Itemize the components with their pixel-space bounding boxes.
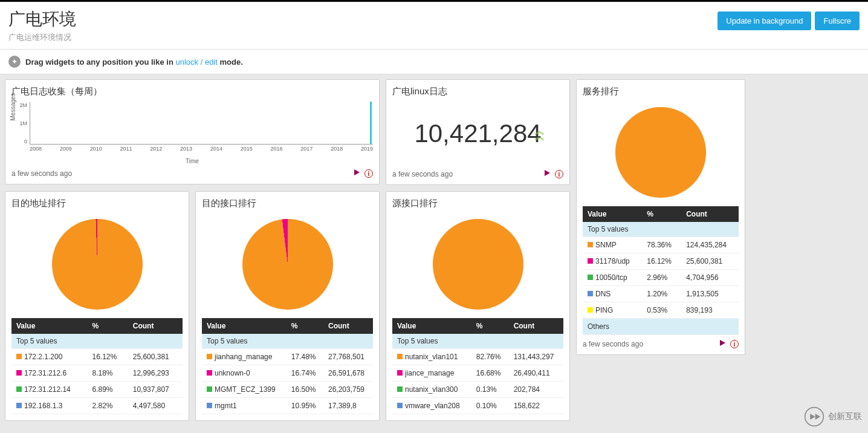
- table-row: mgmt110.95%17,389,8: [202, 398, 373, 414]
- table-row: PING0.53%839,193: [583, 302, 739, 319]
- color-swatch: [588, 291, 593, 296]
- table-row: DNS1.20%1,913,505: [583, 286, 739, 302]
- color-swatch: [207, 370, 212, 376]
- color-swatch: [16, 354, 22, 359]
- bar-2019: [370, 102, 372, 144]
- timestamp: a few seconds ago: [11, 169, 72, 178]
- fullscreen-button[interactable]: Fullscre: [815, 11, 860, 30]
- color-swatch: [588, 242, 593, 247]
- widget-title: 源接口排行: [392, 198, 563, 209]
- x-ticks: 2008 2009 2010 2011 2012 2013 2014 2015 …: [30, 146, 373, 152]
- color-swatch: [397, 370, 403, 376]
- widget-src-port: 源接口排行 Value % Count Top 5 valuesnutanix_…: [386, 191, 570, 421]
- pie-chart: [52, 219, 143, 310]
- widget-log-weekly: 广电日志收集（每周） Messages 2M 1M 0 2008 2009 20…: [5, 79, 380, 184]
- tip-bar: ✦ Drag widgets to any position you like …: [0, 50, 868, 74]
- page-header: 广电环境 广电运维环境情况 Update in background Fulls…: [0, 2, 868, 50]
- table-row: 172.31.212.68.18%12,996,293: [11, 365, 183, 382]
- widget-dest-addr: 目的地址排行 Value % Count Top 5 values172.2.1…: [5, 191, 189, 421]
- table-row: jianhang_manage17.48%27,768,501: [202, 349, 373, 365]
- update-background-button[interactable]: Update in background: [717, 11, 811, 30]
- timestamp: a few seconds ago: [583, 340, 643, 348]
- header-left: 广电环境 广电运维环境情况: [8, 8, 76, 43]
- widget-title: 目的地址排行: [11, 198, 183, 209]
- table-row: 172.31.212.146.89%10,937,807: [11, 382, 183, 398]
- color-swatch: [588, 307, 593, 313]
- y-ticks: 2M 1M 0: [16, 102, 27, 145]
- table-row: nutanix_vlan10182.76%131,443,297: [392, 349, 563, 365]
- widget-footer: a few seconds ago i: [583, 340, 739, 348]
- data-table: Value % Count Top 5 values172.2.1.20016.…: [11, 318, 183, 414]
- table-row: jiance_manage16.68%26,490,411: [392, 365, 563, 382]
- widget-linux-log: 广电linux日志 10,421,284 ︽︽ a few seconds ag…: [386, 79, 570, 185]
- widget-title: 服务排行: [583, 86, 739, 97]
- color-swatch: [207, 403, 212, 408]
- color-swatch: [16, 370, 22, 376]
- lightbulb-icon: ✦: [8, 56, 21, 68]
- table-row: nutanix_vlan3000.13%202,784: [392, 382, 563, 398]
- header-actions: Update in background Fullscre: [717, 11, 860, 30]
- color-swatch: [207, 354, 212, 359]
- color-swatch: [588, 275, 593, 280]
- info-icon[interactable]: i: [364, 169, 373, 178]
- data-table: Value % Count Top 5 valuesjianhang_manag…: [202, 318, 373, 414]
- tip-text: Drag widgets to any position you like in…: [25, 57, 243, 67]
- widget-footer: a few seconds ago i: [392, 170, 563, 178]
- dashboard-grid: 广电日志收集（每周） Messages 2M 1M 0 2008 2009 20…: [0, 74, 868, 426]
- table-row: MGMT_ECZ_139916.50%26,203,759: [202, 382, 373, 398]
- watermark: 创新互联: [804, 406, 862, 426]
- table-row: 10050/tcp2.96%4,704,956: [583, 270, 739, 286]
- table-row: 172.2.1.20016.12%25,600,381: [11, 349, 183, 365]
- pie-chart: [433, 219, 523, 310]
- play-icon[interactable]: [720, 340, 725, 346]
- top5-header: Top 5 values: [11, 334, 183, 349]
- widget-title: 广电日志收集（每周）: [11, 86, 373, 97]
- scroll-area[interactable]: Value % Count Top 5 valuesjianhang_manag…: [202, 214, 373, 414]
- plot-area: [30, 102, 373, 145]
- table-row: SNMP78.36%124,435,284: [583, 237, 739, 253]
- others-row: Others: [583, 319, 739, 335]
- play-icon[interactable]: [545, 170, 550, 176]
- top5-header: Top 5 values: [202, 334, 373, 349]
- x-axis-label: Time: [11, 158, 373, 164]
- info-icon[interactable]: i: [730, 340, 739, 348]
- data-table: Value % Count Top 5 valuesSNMP78.36%124,…: [583, 206, 739, 335]
- scroll-area[interactable]: Value % Count Top 5 values172.2.1.20016.…: [11, 214, 183, 414]
- widget-service-rank: 服务排行 Value % Count Top 5 valuesSNMP78.36…: [576, 79, 745, 355]
- top5-header: Top 5 values: [392, 334, 563, 349]
- page-title: 广电环境: [8, 8, 76, 31]
- widget-title: 广电linux日志: [392, 86, 563, 97]
- top5-header: Top 5 values: [583, 222, 739, 237]
- widget-dest-port: 目的接口排行 Value % Count Top 5 valuesjianhan…: [195, 191, 380, 421]
- unlock-edit-link[interactable]: unlock / edit: [175, 57, 217, 67]
- pie-chart: [242, 219, 333, 310]
- table-row: 31178/udp16.12%25,600,381: [583, 253, 739, 270]
- widget-title: 目的接口排行: [202, 198, 373, 209]
- color-swatch: [16, 403, 22, 408]
- play-icon[interactable]: [354, 169, 360, 175]
- page-subtitle: 广电运维环境情况: [8, 32, 76, 43]
- scroll-area[interactable]: Value % Count Top 5 valuesSNMP78.36%124,…: [583, 102, 739, 335]
- color-swatch: [207, 386, 212, 392]
- color-swatch: [397, 386, 403, 392]
- pie-chart: [615, 107, 706, 198]
- color-swatch: [588, 258, 593, 264]
- timestamp: a few seconds ago: [392, 170, 453, 178]
- info-icon[interactable]: i: [555, 170, 563, 178]
- big-stat-value: 10,421,284 ︽︽: [392, 102, 563, 165]
- trend-up-icon: ︽︽: [534, 128, 545, 139]
- color-swatch: [397, 354, 403, 359]
- table-row: vmware_vlan2080.10%158,622: [392, 398, 563, 414]
- table-row: 192.168.1.32.82%4,497,580: [11, 398, 183, 414]
- table-row: unknown-016.74%26,591,678: [202, 365, 373, 382]
- color-swatch: [16, 386, 22, 392]
- widget-footer: a few seconds ago i: [11, 169, 373, 178]
- y-axis-label: Messages: [10, 93, 16, 121]
- color-swatch: [397, 403, 403, 408]
- scroll-area[interactable]: Value % Count Top 5 valuesnutanix_vlan10…: [392, 214, 563, 414]
- data-table: Value % Count Top 5 valuesnutanix_vlan10…: [392, 318, 563, 414]
- bar-chart: Messages 2M 1M 0 2008 2009 2010 2011 201…: [30, 102, 373, 157]
